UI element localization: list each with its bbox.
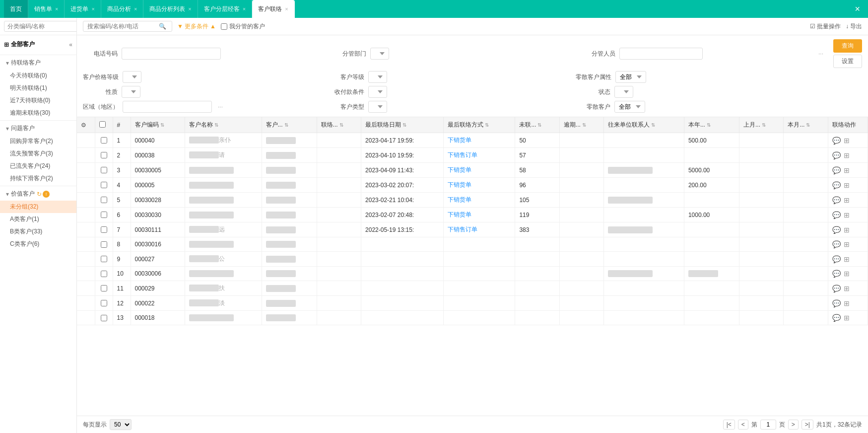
row-checkbox[interactable] xyxy=(101,152,107,158)
grid-action-icon[interactable]: ⊞ xyxy=(844,270,850,278)
row-checkbox[interactable] xyxy=(101,212,107,218)
checkbox-cell[interactable] xyxy=(95,148,113,163)
last-contact-date-column-header[interactable]: 最后联络日期 ⇅ xyxy=(361,117,444,133)
chat-icon[interactable]: 💬 xyxy=(832,196,841,204)
last-month-column-header[interactable]: 上月... ⇅ xyxy=(739,117,783,133)
chat-icon[interactable]: 💬 xyxy=(832,270,841,278)
retail-customer-select[interactable]: 全部 xyxy=(614,101,645,113)
grid-action-icon[interactable]: ⊞ xyxy=(844,151,850,159)
checkbox-cell[interactable] xyxy=(95,237,113,252)
grid-action-icon[interactable]: ⊞ xyxy=(844,166,850,174)
checkbox-cell[interactable] xyxy=(95,178,113,193)
chat-icon[interactable]: 💬 xyxy=(832,240,841,248)
row-checkbox[interactable] xyxy=(101,137,107,144)
sidebar-item-b-class[interactable]: B类客户(33) xyxy=(0,225,76,238)
contact-method-link[interactable]: 下销售订单 xyxy=(448,226,477,233)
dept-select[interactable] xyxy=(370,48,389,60)
customer-type-select[interactable] xyxy=(368,101,387,113)
tab-customer-segment[interactable]: 客户分层经客 × xyxy=(198,0,252,18)
sidebar-item-declining[interactable]: 持续下滑客户(2) xyxy=(0,172,76,185)
row-checkbox[interactable] xyxy=(101,315,107,321)
more-conditions-button[interactable]: ▼ 更多条件 ▲ xyxy=(177,22,216,31)
row-checkbox[interactable] xyxy=(101,256,107,262)
next-page-button[interactable]: > xyxy=(788,420,799,430)
reset-button[interactable]: 设置 xyxy=(833,55,862,68)
close-icon[interactable]: × xyxy=(91,6,94,12)
my-customers-toggle[interactable]: 我分管的客户 xyxy=(221,22,265,31)
row-checkbox[interactable] xyxy=(101,197,107,203)
price-level-select[interactable] xyxy=(123,71,141,83)
customer-level-select[interactable] xyxy=(368,71,387,83)
sidebar-item-ungrouped[interactable]: 未分组(32) xyxy=(0,201,76,213)
settings-icon[interactable]: ⚙ xyxy=(81,122,86,129)
main-search-input[interactable] xyxy=(87,23,157,30)
checkbox-cell[interactable] xyxy=(95,163,113,178)
tab-customer-contact[interactable]: 客户联络 × xyxy=(252,0,294,18)
this-month-column-header[interactable]: 本月... ⇅ xyxy=(784,117,828,133)
select-all-checkbox[interactable] xyxy=(99,121,106,128)
batch-operations-button[interactable]: ☑ 批量操作 xyxy=(810,22,841,31)
sidebar-group-problems-title[interactable]: ▾ 问题客户 xyxy=(0,122,76,135)
overdue-column-header[interactable]: 逾期... ⇅ xyxy=(559,117,603,133)
customer-type-column-header[interactable]: 客户... ⇅ xyxy=(262,117,317,133)
sidebar-item-today-pending[interactable]: 今天待联络(0) xyxy=(0,70,76,82)
export-button[interactable]: ↓ 导出 xyxy=(846,22,862,31)
checkbox-cell[interactable] xyxy=(95,193,113,208)
grid-action-icon[interactable]: ⊞ xyxy=(844,137,850,144)
no-contact-column-header[interactable]: 未联... ⇅ xyxy=(515,117,559,133)
grid-action-icon[interactable]: ⊞ xyxy=(844,314,850,322)
close-icon[interactable]: × xyxy=(188,6,191,12)
contact-method-link[interactable]: 下销货单 xyxy=(448,181,471,188)
row-checkbox[interactable] xyxy=(101,300,107,306)
search-icon-main[interactable]: 🔍 xyxy=(159,23,166,30)
window-close-button[interactable]: × xyxy=(851,4,864,14)
close-icon[interactable]: × xyxy=(55,6,58,12)
checkbox-column-header[interactable] xyxy=(95,117,113,133)
row-checkbox[interactable] xyxy=(101,167,107,173)
property-select[interactable] xyxy=(122,86,140,98)
customer-name-column-header[interactable]: 客户名称 ⇅ xyxy=(185,117,262,133)
close-icon[interactable]: × xyxy=(285,6,288,12)
unit-contact-column-header[interactable]: 往来单位联系人 ⇅ xyxy=(604,117,684,133)
chat-icon[interactable]: 💬 xyxy=(832,226,841,234)
grid-action-icon[interactable]: ⊞ xyxy=(844,299,850,307)
chat-icon[interactable]: 💬 xyxy=(832,211,841,219)
chat-icon[interactable]: 💬 xyxy=(832,166,841,174)
tab-purchase-order[interactable]: 进货单 × xyxy=(65,0,101,18)
chat-icon[interactable]: 💬 xyxy=(832,137,841,144)
checkbox-cell[interactable] xyxy=(95,222,113,237)
tab-product-analysis[interactable]: 商品分析 × xyxy=(101,0,143,18)
sidebar-item-a-class[interactable]: A类客户(1) xyxy=(0,213,76,225)
customer-code-column-header[interactable]: 客户编码 ⇅ xyxy=(131,117,185,133)
dots-icon-2[interactable]: ··· xyxy=(216,103,225,110)
sidebar-item-overdue-pending[interactable]: 逾期未联络(30) xyxy=(0,107,76,119)
checkbox-cell[interactable] xyxy=(95,281,113,296)
grid-action-icon[interactable]: ⊞ xyxy=(844,226,850,234)
last-page-button[interactable]: >| xyxy=(801,420,813,430)
last-contact-method-column-header[interactable]: 最后联络方式 ⇅ xyxy=(444,117,515,133)
sidebar-group-value-title[interactable]: ▾ 价值客户 ↻ ! xyxy=(0,187,76,201)
dots-icon[interactable]: ··· xyxy=(816,50,825,57)
row-checkbox[interactable] xyxy=(101,226,107,233)
query-button[interactable]: 查询 xyxy=(833,39,862,53)
row-checkbox[interactable] xyxy=(101,271,107,277)
grid-action-icon[interactable]: ⊞ xyxy=(844,196,850,204)
settings-column-header[interactable]: ⚙ xyxy=(77,117,95,133)
checkbox-cell[interactable] xyxy=(95,267,113,281)
sidebar-item-tomorrow-pending[interactable]: 明天待联络(1) xyxy=(0,82,76,94)
close-icon[interactable]: × xyxy=(134,6,137,12)
sidebar-item-abnormal-repurchase[interactable]: 回购异常客户(2) xyxy=(0,135,76,147)
grid-action-icon[interactable]: ⊞ xyxy=(844,240,850,248)
region-input[interactable] xyxy=(123,101,212,113)
contact-method-link[interactable]: 下销货单 xyxy=(448,166,471,173)
checkbox-cell[interactable] xyxy=(95,252,113,267)
row-checkbox[interactable] xyxy=(101,241,107,248)
this-year-column-header[interactable]: 本年... ⇅ xyxy=(684,117,739,133)
chat-icon[interactable]: 💬 xyxy=(832,314,841,322)
per-page-select[interactable]: 50 xyxy=(110,419,132,430)
chat-icon[interactable]: 💬 xyxy=(832,285,841,292)
contact-method-link[interactable]: 下销货单 xyxy=(448,137,471,144)
retail-attr-select[interactable]: 全部 xyxy=(615,71,646,83)
tab-product-analysis-list[interactable]: 商品分析列表 × xyxy=(143,0,198,18)
sidebar-item-churn-warning[interactable]: 流失预警客户(3) xyxy=(0,147,76,160)
